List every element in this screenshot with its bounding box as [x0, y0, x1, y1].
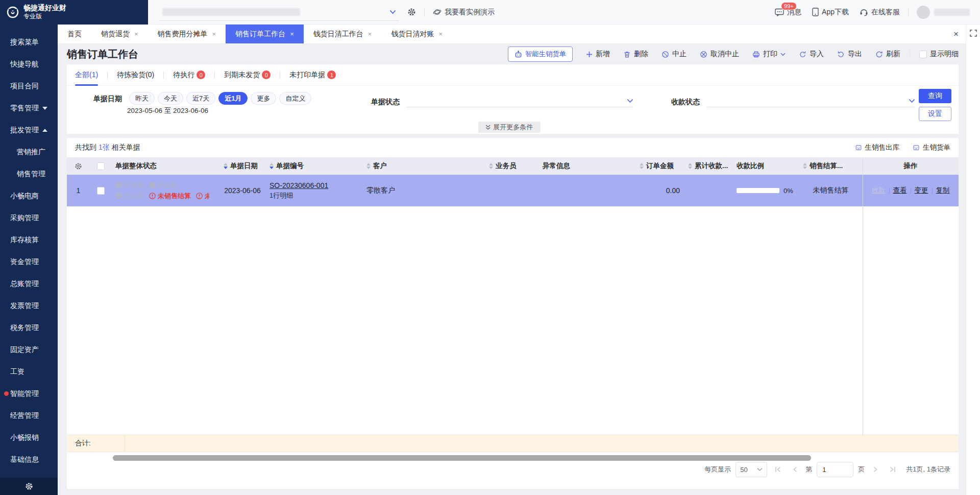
header-doc-date[interactable]: 单据日期 — [219, 157, 265, 175]
tab-home[interactable]: 首页 — [58, 25, 91, 43]
sidebar-item-quick-nav[interactable]: 快捷导航 — [0, 53, 58, 75]
last-page-button[interactable] — [886, 462, 898, 477]
delete-button[interactable]: 删除 — [623, 50, 648, 59]
close-icon[interactable]: × — [290, 30, 294, 38]
sidebar-item-payroll[interactable]: 工资 — [0, 361, 58, 383]
fullscreen-icon[interactable] — [970, 30, 977, 495]
header-doc-status[interactable]: 单据整体状态 — [111, 157, 219, 175]
sidebar-item-marketing[interactable]: 营销推广 — [0, 141, 58, 163]
app-download-button[interactable]: App下载 — [812, 8, 849, 17]
date-pill-custom[interactable]: 自定义 — [279, 92, 311, 105]
show-detail-checkbox[interactable] — [919, 51, 927, 58]
next-page-button[interactable] — [869, 462, 881, 477]
date-pill-more[interactable]: 更多 — [251, 92, 276, 105]
messages-button[interactable]: 消息 99+ — [775, 8, 801, 17]
doc-status-select[interactable] — [407, 95, 633, 107]
add-button[interactable]: 新增 — [586, 50, 610, 59]
page-size-select[interactable]: 50 — [736, 462, 767, 477]
page-number-input[interactable] — [817, 462, 853, 477]
filter-tab-pending-execute[interactable]: 待执行 0 — [173, 64, 205, 86]
sidebar-item-tax[interactable]: 税务管理 — [0, 317, 58, 339]
sidebar-item-smart-mgmt[interactable]: 智能管理 — [0, 383, 58, 405]
cancel-abort-button[interactable]: 取消中止 — [700, 50, 739, 59]
generate-sales-outbound-button[interactable]: 生销售出库 — [855, 143, 900, 152]
sidebar-item-retail[interactable]: 零售管理 — [0, 97, 58, 119]
close-icon[interactable]: × — [134, 30, 138, 38]
view-link[interactable]: 查看 — [893, 186, 907, 195]
tab-sales-expense[interactable]: 销售费用分摊单 × — [148, 25, 226, 43]
table-row[interactable]: 1 已生效 已收款 已出库 未销售结算 — [67, 175, 959, 206]
print-button[interactable]: 打印 — [752, 50, 786, 59]
sidebar-item-inventory[interactable]: 库存核算 — [0, 229, 58, 251]
filter-tab-all[interactable]: 全部(1) — [75, 64, 98, 86]
payment-status-select[interactable] — [707, 95, 915, 107]
user-avatar[interactable] — [917, 6, 930, 19]
copy-link[interactable]: 复制 — [936, 186, 950, 195]
settings-gear-button[interactable] — [407, 8, 416, 16]
sidebar-item-funds[interactable]: 资金管理 — [0, 251, 58, 273]
smart-generate-button[interactable]: 智能生销货单 — [508, 46, 573, 62]
tab-daily-clear-reconcile[interactable]: 钱货日清对账 × — [381, 25, 452, 43]
column-settings-gear[interactable] — [67, 157, 90, 175]
header-receive-ratio[interactable]: 收款比例 — [732, 157, 799, 175]
header-received-amount[interactable]: 累计收款... — [684, 157, 732, 175]
sidebar-item-fixed-assets[interactable]: 固定资产 — [0, 339, 58, 361]
show-detail-toggle[interactable]: 显示明细 — [919, 50, 959, 59]
sidebar-item-expense[interactable]: 小畅报销 — [0, 427, 58, 449]
sidebar-item-business-mgmt[interactable]: 经营管理 — [0, 405, 58, 427]
tab-sales-order-workbench[interactable]: 销售订单工作台 × — [226, 25, 304, 43]
sidebar-item-purchase[interactable]: 采购管理 — [0, 207, 58, 229]
date-pill-last7days[interactable]: 近7天 — [186, 92, 215, 105]
refresh-button[interactable]: 刷新 — [875, 50, 900, 59]
sidebar-item-base-info[interactable]: 基础信息 — [0, 449, 58, 470]
abort-button[interactable]: 中止 — [662, 50, 687, 59]
prev-page-button[interactable] — [789, 462, 801, 477]
tab-daily-clear-workbench[interactable]: 钱货日清工作台 × — [304, 25, 382, 43]
right-collapse-rail[interactable] — [966, 25, 980, 495]
header-sales-settlement[interactable]: 销售结算... — [799, 157, 863, 175]
sidebar-item-project-contract[interactable]: 项目合同 — [0, 75, 58, 97]
header-customer[interactable]: 客户 — [362, 157, 485, 175]
sort-arrows-icon[interactable] — [224, 163, 228, 169]
generate-sales-invoice-button[interactable]: 生销货单 — [913, 143, 950, 152]
sidebar-settings-button[interactable] — [0, 478, 58, 495]
query-button[interactable]: 查询 — [919, 89, 951, 103]
demo-link[interactable]: 我要看实例演示 — [433, 8, 495, 17]
filter-tab-overdue-unshipped[interactable]: 到期未发货 0 — [224, 64, 271, 86]
filter-tab-pending-pick[interactable]: 待拣验货(0) — [117, 64, 154, 86]
header-salesman[interactable]: 业务员 — [485, 157, 538, 175]
sort-arrows-icon[interactable] — [803, 163, 807, 169]
sort-arrows-icon[interactable] — [640, 163, 644, 169]
receive-payment-link[interactable]: 收款 — [872, 186, 886, 195]
row-checkbox[interactable] — [97, 187, 105, 195]
header-order-amount[interactable]: 订单金额 — [635, 157, 684, 175]
sort-arrows-icon[interactable] — [489, 163, 493, 169]
settings-button[interactable]: 设置 — [919, 107, 951, 121]
first-page-button[interactable] — [772, 462, 784, 477]
close-icon[interactable]: × — [368, 30, 372, 38]
sort-arrows-icon[interactable] — [270, 163, 274, 169]
close-icon[interactable]: × — [212, 30, 216, 38]
date-pill-yesterday[interactable]: 昨天 — [129, 92, 155, 105]
company-selector[interactable] — [159, 4, 399, 21]
date-pill-today[interactable]: 今天 — [158, 92, 183, 105]
header-abnormal-info[interactable]: 异常信息 — [538, 157, 635, 175]
tab-sales-return[interactable]: 销货退货 × — [91, 25, 148, 43]
select-all-checkbox[interactable] — [90, 157, 111, 175]
close-all-icon[interactable]: × — [953, 29, 959, 39]
sort-arrows-icon[interactable] — [366, 163, 371, 169]
change-link[interactable]: 变更 — [915, 186, 928, 195]
sort-arrows-icon[interactable] — [688, 163, 692, 169]
close-icon[interactable]: × — [438, 30, 443, 38]
sidebar-item-wholesale[interactable]: 批发管理 — [0, 119, 58, 141]
sidebar-item-search-menu[interactable]: 搜索菜单 — [0, 31, 58, 53]
horizontal-scrollbar-thumb[interactable] — [113, 455, 811, 461]
expand-more-conditions[interactable]: 展开更多条件 — [478, 122, 540, 133]
sidebar-item-ecommerce[interactable]: 小畅电商 — [0, 185, 58, 207]
sidebar-item-general-ledger[interactable]: 总账管理 — [0, 273, 58, 295]
date-pill-last-month[interactable]: 近1月 — [218, 92, 248, 105]
filter-tab-unprinted[interactable]: 未打印单据 1 — [289, 64, 336, 86]
support-button[interactable]: 在线客服 — [860, 8, 900, 17]
export-button[interactable]: 导出 — [837, 50, 862, 59]
import-button[interactable]: 导入 — [799, 50, 824, 59]
